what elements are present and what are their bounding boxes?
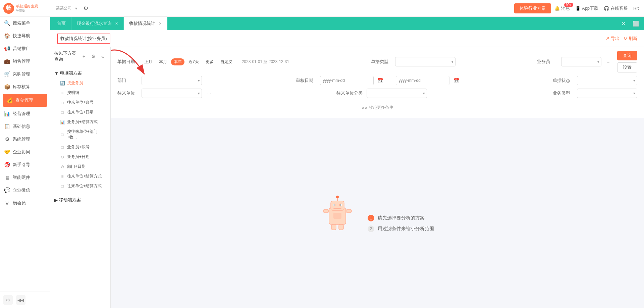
sidebar-item-system[interactable]: ⚙系统管理 <box>0 133 50 146</box>
app-download-link[interactable]: 📱 App下载 <box>575 5 598 11</box>
tree-item-unit-date[interactable]: □ 往来单位+日期 <box>50 107 110 117</box>
sidebar-item-enterprise[interactable]: 🤝企业协同 <box>0 146 50 158</box>
tree-desktop-header[interactable]: ▼ 电脑端方案 <box>50 68 110 78</box>
doc-status-label: 单据状态 <box>553 78 573 84</box>
tree-item-unit-settlement2[interactable]: □ 往来单位+结算方式 <box>50 181 110 191</box>
salesperson-more-icon[interactable]: ··· <box>607 59 610 64</box>
sidebar-settings-button[interactable]: ⚙ <box>3 295 13 305</box>
panel-collapse-button[interactable]: « <box>99 53 106 60</box>
marketing-icon: 📢 <box>4 46 10 52</box>
settings-icon[interactable]: ⚙ <box>80 3 91 14</box>
sidebar-item-inventory[interactable]: 📦库存核算 <box>0 81 50 93</box>
salesperson-date-icon: ⊙ <box>60 154 65 160</box>
review-date-from-calendar-icon[interactable]: 📅 <box>378 78 383 83</box>
user-avatar[interactable]: Rit <box>633 6 639 11</box>
partner-select[interactable] <box>142 89 202 98</box>
review-date-from-input[interactable] <box>320 76 374 85</box>
results-area: 1 请先选择要分析的方案 2 用过滤条件来缩小分析范围 <box>111 118 644 308</box>
doc-status-select[interactable] <box>577 76 637 85</box>
tree-mobile-header[interactable]: ▶ 移动端方案 <box>50 195 110 205</box>
collapse-icon: ∧∧ <box>362 105 368 110</box>
partner-category-select[interactable] <box>367 89 427 98</box>
salesperson-select-wrapper <box>561 57 601 66</box>
tab-home-label: 首页 <box>57 20 66 27</box>
date-tab-this-year[interactable]: 本年 <box>171 58 184 65</box>
review-date-to-input[interactable] <box>396 76 449 85</box>
header-actions: 🔔 消息 99+ 📱 App下载 🎧 在线客服 Rit <box>554 5 639 11</box>
sidebar-item-marketing[interactable]: 📢营销推广 <box>0 42 50 55</box>
export-button[interactable]: ↗ 导出 <box>606 36 620 42</box>
sidebar-item-label: 搜索菜单 <box>13 20 30 26</box>
tree-item-detail[interactable]: ≡ 按明细 <box>50 88 110 98</box>
window-maximize-icon[interactable]: ⬜ <box>631 19 641 28</box>
review-date-to-calendar-icon[interactable]: 📅 <box>453 78 459 83</box>
notification-badge[interactable]: 🔔 消息 99+ <box>554 5 570 11</box>
tree-item-salesperson[interactable]: 🔄 按业务员 <box>50 78 110 88</box>
sidebar-item-search-menu[interactable]: 🔍搜索菜单 <box>0 17 50 30</box>
tree-item-unit-settlement1[interactable]: ≡ 往来单位+结算方式 <box>50 171 110 181</box>
instruction-item-2: 2 用过滤条件来缩小分析范围 <box>368 225 434 232</box>
dept-select[interactable] <box>142 76 202 85</box>
sidebar-item-base-info[interactable]: 📋基础信息 <box>0 120 50 133</box>
svg-rect-9 <box>331 224 336 230</box>
filter-row-3: 往来单位 ··· 往来单位分类 业务类型 <box>117 89 637 98</box>
sidebar-item-guide[interactable]: 🎯新手引导 <box>0 158 50 171</box>
unit-settlement2-icon: □ <box>60 184 65 189</box>
sidebar-item-sales[interactable]: 💼销售管理 <box>0 55 50 68</box>
scheme-settings-button[interactable]: ⚙ <box>90 53 97 60</box>
date-tab-last-month[interactable]: 上月 <box>142 58 155 65</box>
tree-item-salesperson-account[interactable]: □ 业务员+账号 <box>50 142 110 152</box>
partner-more-icon[interactable]: ··· <box>207 91 211 96</box>
app-download-icon: 📱 <box>575 6 581 11</box>
tab-bank-flow[interactable]: 现金银行流水查询 ✕ <box>71 17 124 30</box>
sidebar-item-operations[interactable]: 📊经营管理 <box>0 107 50 120</box>
sidebar-collapse-button[interactable]: ◀◀ <box>16 295 25 305</box>
date-tab-more[interactable]: 更多 <box>203 58 216 65</box>
doc-type-label: 单据类型 <box>371 59 391 65</box>
partner-category-label: 往来单位分类 <box>336 90 363 96</box>
left-panel-title: 按以下方案查询 <box>54 50 80 62</box>
tree-item-unit-account[interactable]: □ 往来单位+账号 <box>50 98 110 107</box>
purchase-icon: 🛒 <box>4 71 10 77</box>
refresh-button[interactable]: ↻ 刷新 <box>624 36 637 42</box>
tree-item-unit-settlement1-label: 往来单位+结算方式 <box>67 173 102 179</box>
query-button[interactable]: 查询 <box>617 51 637 60</box>
date-tab-this-month[interactable]: 本月 <box>156 58 170 65</box>
tab-home[interactable]: 首页 <box>50 17 71 30</box>
instruction-num-2: 2 <box>368 225 374 232</box>
sidebar-item-purchase[interactable]: 🛒采购管理 <box>0 68 50 81</box>
collapse-bar[interactable]: ∧∧ 收起更多条件 <box>117 101 637 114</box>
sidebar-item-member[interactable]: V畅会员 <box>0 197 50 209</box>
trial-button[interactable]: 体验行业方案 <box>514 3 551 13</box>
add-scheme-button[interactable]: + <box>80 53 88 60</box>
salesperson-icon: 🔄 <box>60 81 65 86</box>
tab-collection-stats-close-icon[interactable]: ✕ <box>159 21 162 26</box>
date-tab-last7[interactable]: 近7天 <box>186 58 202 65</box>
salesperson-select[interactable] <box>561 57 601 66</box>
breadcrumb-chevron-icon[interactable]: ▾ <box>75 6 77 11</box>
operations-icon: 📊 <box>4 111 10 117</box>
business-type-select[interactable] <box>577 89 637 98</box>
filter-settings-button[interactable]: 设置 <box>617 62 637 72</box>
sidebar-item-finance[interactable]: 💰资金管理 <box>3 94 47 107</box>
tree-item-salesperson-settlement[interactable]: 📊 业务员+结算方式 <box>50 117 110 127</box>
tab-bank-flow-close-icon[interactable]: ✕ <box>115 21 118 26</box>
svg-rect-10 <box>339 224 343 230</box>
sidebar-item-quick-nav[interactable]: 🏠快捷导航 <box>0 30 50 42</box>
date-tab-custom[interactable]: 自定义 <box>218 58 235 65</box>
doc-type-select[interactable] <box>395 57 455 66</box>
sidebar-item-wechat[interactable]: 💬企业微信 <box>0 184 50 197</box>
date-tabs: 上月 本月 本年 近7天 更多 自定义 <box>142 58 235 65</box>
tab-collection-stats[interactable]: 收款情况统计 ✕ <box>124 17 167 30</box>
window-close-icon[interactable]: ✕ <box>619 19 628 28</box>
svg-point-4 <box>333 204 335 206</box>
tree-item-unit-dept[interactable]: □ 按往来单位+部门+收... <box>50 127 110 142</box>
tree-item-salesperson-date[interactable]: ⊙ 业务员+日期 <box>50 152 110 162</box>
quick-nav-icon: 🏠 <box>4 33 10 39</box>
sidebar-item-hardware[interactable]: 🖥智能硬件 <box>0 171 50 184</box>
tree-item-dept-date[interactable]: ⊙ 部门+日期 <box>50 162 110 171</box>
sidebar-item-label: 企业协同 <box>13 149 30 155</box>
svg-rect-11 <box>323 209 329 213</box>
robot-svg <box>321 194 354 231</box>
customer-service-link[interactable]: 🎧 在线客服 <box>604 5 628 11</box>
